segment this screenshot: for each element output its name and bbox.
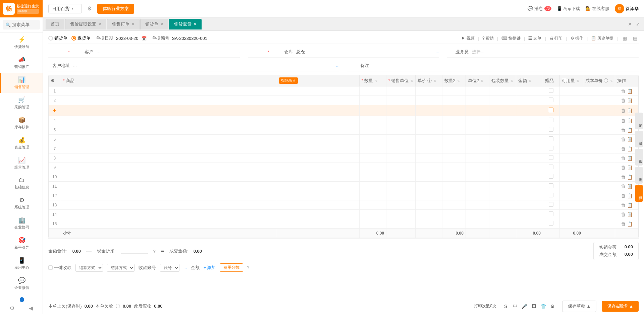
row-copy-btn[interactable]: 📋 xyxy=(627,137,633,142)
row-cost[interactable] xyxy=(583,86,615,96)
gift-checkbox[interactable] xyxy=(549,193,553,197)
row-delete-btn[interactable]: 🗑 xyxy=(621,127,626,133)
bottom-icon-mic[interactable]: 🎤 xyxy=(521,302,529,310)
table-settings-icon[interactable]: ⚙ xyxy=(51,78,55,83)
sidebar-item-basic-info[interactable]: 🗂 基础信息 xyxy=(0,173,43,193)
tab-sale-price-close[interactable]: ✕ xyxy=(98,22,101,26)
active-row-product-input[interactable] xyxy=(63,108,275,113)
row-copy-btn[interactable]: 📋 xyxy=(627,193,633,198)
summary-method-select[interactable]: 结算方式 xyxy=(107,264,135,272)
tab-close-window-button[interactable]: ✕ xyxy=(627,21,633,27)
row-delete-btn[interactable]: 🗑 xyxy=(621,98,626,103)
tab-sale-order-close[interactable]: ✕ xyxy=(131,22,135,26)
row-copy-btn[interactable]: 📋 xyxy=(627,155,633,161)
row-amount[interactable] xyxy=(516,86,543,96)
row-delete-btn[interactable]: 🗑 xyxy=(621,165,626,170)
trial-button[interactable]: 体验行业方案 xyxy=(97,4,134,14)
staff-input[interactable] xyxy=(471,49,633,55)
sidebar-settings-button[interactable]: ⚙ xyxy=(10,305,14,311)
gift-checkbox[interactable] xyxy=(549,155,553,160)
add-payment-button[interactable]: + 添加 xyxy=(204,265,216,271)
gift-checkbox[interactable] xyxy=(549,146,553,150)
tab-home[interactable]: 首页 xyxy=(46,19,64,29)
gift-checkbox[interactable] xyxy=(549,211,553,216)
sidebar-item-inventory[interactable]: 📦 库存核算 xyxy=(0,113,43,133)
industry-selector[interactable]: 日用百货 ▼ xyxy=(48,4,82,13)
bottom-icon-s[interactable]: S xyxy=(502,302,510,310)
gift-checkbox[interactable] xyxy=(549,165,553,169)
message-button[interactable]: 💬 消息 70 xyxy=(528,6,551,12)
sidebar-item-marketing[interactable]: 📣 营销推广 xyxy=(0,53,43,73)
customer-input[interactable] xyxy=(95,49,234,55)
print-btn[interactable]: 🖨 打印 xyxy=(549,36,562,41)
cash-discount-input[interactable] xyxy=(121,248,148,254)
bottom-icon-shirt[interactable]: 👕 xyxy=(539,302,547,310)
row-delete-btn[interactable]: 🗑 xyxy=(621,174,626,180)
row-pack[interactable] xyxy=(489,86,516,96)
radio-delivery[interactable]: 销货单 xyxy=(48,35,67,41)
sidebar-item-operations[interactable]: 📈 经营管理 xyxy=(0,153,43,173)
select-btn[interactable]: ☰ 选单 xyxy=(528,36,541,41)
row-copy-btn[interactable]: 📋 xyxy=(627,108,633,113)
row-copy-btn[interactable]: 📋 xyxy=(627,212,633,217)
account-picker[interactable]: ... xyxy=(183,265,187,270)
gift-checkbox[interactable] xyxy=(549,183,553,188)
user-menu[interactable]: 徐 徐泽华 xyxy=(615,4,639,13)
bottom-icon-img[interactable]: 🖼 xyxy=(530,302,538,310)
gift-checkbox[interactable] xyxy=(549,88,553,93)
view-list-btn[interactable]: ▤ xyxy=(632,35,639,42)
app-download-button[interactable]: 📱 App下载 xyxy=(557,6,580,12)
sidebar-collapse-button[interactable]: ◀ xyxy=(29,305,33,311)
row-product[interactable] xyxy=(61,86,277,96)
row-copy-btn[interactable]: 📋 xyxy=(627,221,633,227)
one-key-payment-check[interactable]: 一键收款 xyxy=(48,265,71,271)
history-btn[interactable]: 📋 历史单据 xyxy=(591,36,613,41)
row-copy-btn[interactable]: 📋 xyxy=(627,165,633,170)
row-copy-btn[interactable]: 📋 xyxy=(627,146,633,151)
sidebar-item-quick-nav[interactable]: ⚡ 快捷导航 xyxy=(0,33,43,53)
sidebar-item-purchase[interactable]: 🛒 采购管理 xyxy=(0,93,43,113)
right-float-star-btn[interactable]: 收藏 xyxy=(635,131,643,147)
fee-split-button[interactable]: 费用分摊 xyxy=(220,263,243,272)
gift-checkbox[interactable] xyxy=(549,127,553,132)
row-delete-btn[interactable]: 🗑 xyxy=(621,137,626,142)
video-btn[interactable]: ▶ 视频 xyxy=(461,36,474,41)
warehouse-input[interactable] xyxy=(295,49,434,55)
row-unit2[interactable] xyxy=(466,86,489,96)
row-qty[interactable] xyxy=(360,86,386,96)
tab-sale-delivery[interactable]: 销货单 ✕ xyxy=(140,19,168,29)
row-delete-btn[interactable]: 🗑 xyxy=(621,184,626,189)
row-delete-btn[interactable]: 🗑 xyxy=(621,193,626,198)
row-delete-btn[interactable]: 🗑 xyxy=(621,88,626,94)
shortcut-btn[interactable]: ⌨ 快捷键 xyxy=(501,36,520,41)
tab-sale-delivery-close[interactable]: ✕ xyxy=(160,22,163,26)
address-input[interactable] xyxy=(72,62,334,69)
gift-checkbox[interactable] xyxy=(549,221,553,226)
tab-sale-return-close[interactable]: ✕ xyxy=(194,22,197,26)
tab-sale-order[interactable]: 销售订单 ✕ xyxy=(107,19,140,29)
customer-picker[interactable]: ... xyxy=(236,50,240,54)
row-delete-btn[interactable]: 🗑 xyxy=(621,118,626,123)
row-delete-btn[interactable]: 🗑 xyxy=(621,155,626,161)
gift-checkbox[interactable] xyxy=(549,118,553,122)
sidebar-item-sales-mgmt[interactable]: 📊 销售管理 xyxy=(0,73,43,93)
barcode-input-button[interactable]: 扫码录入 xyxy=(279,77,298,84)
gift-checkbox-active[interactable] xyxy=(549,108,553,112)
row-delete-btn[interactable]: 🗑 xyxy=(621,108,626,113)
row-delete-btn[interactable]: 🗑 xyxy=(621,202,626,208)
help-btn[interactable]: ? 帮助 xyxy=(482,36,494,41)
row-copy-btn[interactable]: 📋 xyxy=(627,174,633,180)
sidebar-item-member[interactable]: 👤 畅会员 xyxy=(0,294,43,302)
radio-return[interactable]: 退货单 xyxy=(71,35,91,41)
bottom-icon-zh[interactable]: 中 xyxy=(511,302,519,310)
row-delete-btn[interactable]: 🗑 xyxy=(621,212,626,217)
tab-sale-price[interactable]: 售价提取设置 ✕ xyxy=(65,19,106,29)
right-float-attach-btn[interactable]: 附件 xyxy=(635,167,643,184)
row-copy-btn[interactable]: 📋 xyxy=(627,184,633,189)
gift-checkbox[interactable] xyxy=(549,98,553,102)
account-select[interactable]: 账号 xyxy=(160,264,179,272)
online-service-button[interactable]: 💁 在线客服 xyxy=(585,6,609,12)
sidebar-item-newbie[interactable]: 🎯 新手引导 xyxy=(0,233,43,253)
row-copy-btn[interactable]: 📋 xyxy=(627,118,633,123)
row-copy-btn[interactable]: 📋 xyxy=(627,127,633,133)
